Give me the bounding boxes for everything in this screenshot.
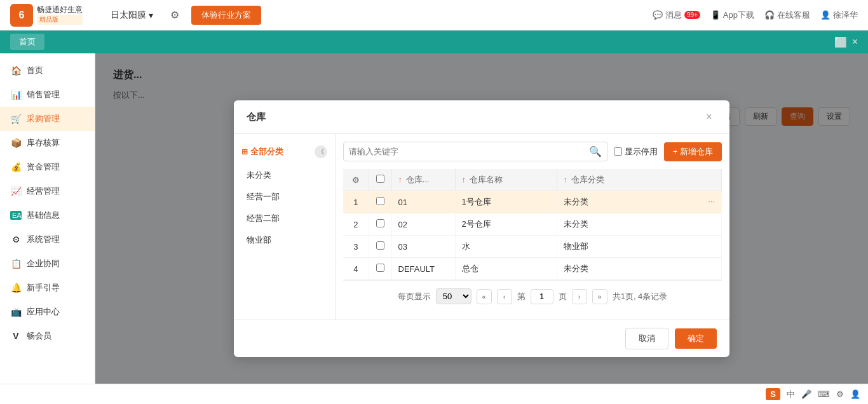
table-row[interactable]: 2 02 2号仓库 未分类: [343, 213, 722, 236]
table-header-row: ⚙ ↑ 仓库...: [343, 169, 722, 191]
sidebar-item-purchase[interactable]: 🛒 采购管理: [0, 107, 95, 131]
top-header: 6 畅捷通好生意 精品版 日太阳膜 ▾ ⚙ 体验行业方案 💬 消息 99+ 📱 …: [0, 0, 868, 30]
modal-footer: 取消 确定: [234, 320, 729, 357]
sidebar-item-finance[interactable]: 💰 资金管理: [0, 155, 95, 179]
page-number-input[interactable]: [531, 289, 553, 304]
inventory-icon: 📦: [10, 138, 22, 148]
restore-icon[interactable]: ⬜: [834, 36, 847, 48]
sidebar-item-home[interactable]: 🏠 首页: [0, 58, 95, 83]
sidebar-item-label: 畅会员: [27, 330, 51, 342]
taskbar-keyboard-icon: ⌨: [818, 389, 830, 399]
modal-sidebar-header: ⊞ 全部分类 《: [234, 142, 335, 165]
th-checkbox: [369, 169, 391, 191]
search-box[interactable]: 🔍: [343, 142, 607, 161]
store-selector[interactable]: 日太阳膜 ▾: [105, 7, 158, 24]
row-category: 未分类: [557, 213, 722, 236]
app-download-btn[interactable]: 📱 App下载: [710, 10, 754, 21]
category-item-ops1[interactable]: 经营一部: [234, 186, 335, 208]
search-input[interactable]: [349, 147, 585, 156]
second-nav: 首页 ⬜ ×: [0, 30, 868, 53]
next-page-btn[interactable]: ›: [572, 289, 587, 304]
sidebar-item-basic-info[interactable]: EA 基础信息: [0, 203, 95, 227]
row-category: 未分类: [557, 258, 722, 280]
row-name: 1号仓库: [455, 191, 557, 213]
sidebar-item-label: 应用中心: [27, 306, 60, 318]
row-checkbox[interactable]: [369, 213, 391, 236]
sidebar-item-label: 首页: [27, 65, 43, 76]
th-settings: ⚙: [343, 169, 369, 191]
customer-service-btn[interactable]: 🎧 在线客服: [764, 10, 810, 21]
cancel-btn[interactable]: 取消: [625, 328, 668, 349]
guide-icon: 🔔: [10, 283, 22, 293]
bottom-taskbar: S 中 🎤 ⌨ ⚙ 👤: [0, 384, 868, 404]
sidebar: 🏠 首页 📊 销售管理 🛒 采购管理 📦 库存核算 💰 资金管理 📈 经营管理 …: [0, 53, 95, 404]
table-row[interactable]: 3 03 水 物业部: [343, 236, 722, 258]
first-page-btn[interactable]: «: [477, 289, 492, 304]
collapse-sidebar-btn[interactable]: 《: [315, 145, 327, 158]
logo-area: 6 畅捷通好生意 精品版: [10, 4, 105, 27]
taskbar-mic-icon: 🎤: [801, 389, 811, 399]
taskbar-zh-icon: 中: [787, 389, 795, 400]
table-row[interactable]: 4 DEFAULT 总仓 未分类: [343, 258, 722, 280]
sort-code-icon: ↑: [398, 175, 403, 184]
notifications-btn[interactable]: 💬 消息 99+: [653, 10, 700, 21]
headset-icon: 🎧: [764, 10, 775, 20]
table-row[interactable]: 1 01 1号仓库 未分类···: [343, 191, 722, 213]
sidebar-item-enterprise[interactable]: 📋 企业协同: [0, 252, 95, 276]
modal-overlay: 仓库 × ⊞ 全部分类 《: [95, 53, 868, 404]
system-icon: ⚙: [10, 234, 22, 245]
sidebar-item-inventory[interactable]: 📦 库存核算: [0, 131, 95, 155]
row-checkbox[interactable]: [369, 258, 391, 280]
user-avatar-btn[interactable]: 👤 徐泽华: [820, 10, 858, 21]
close-icon[interactable]: ×: [852, 36, 858, 48]
per-page-label: 每页显示: [398, 291, 431, 302]
settings-icon[interactable]: ⚙: [166, 6, 184, 24]
row-checkbox[interactable]: [369, 236, 391, 258]
sidebar-item-operations[interactable]: 📈 经营管理: [0, 179, 95, 203]
category-item-unclassified[interactable]: 未分类: [234, 165, 335, 186]
sidebar-item-system[interactable]: ⚙ 系统管理: [0, 227, 95, 252]
nav-tab-home[interactable]: 首页: [10, 34, 44, 50]
settings-col-icon: ⚙: [352, 175, 360, 185]
sidebar-item-label: 新手引导: [27, 282, 60, 293]
member-icon: V: [10, 331, 22, 341]
sidebar-item-app-center[interactable]: 📺 应用中心: [0, 300, 95, 324]
industry-btn[interactable]: 体验行业方案: [191, 6, 261, 25]
th-code: ↑ 仓库...: [391, 169, 455, 191]
last-page-btn[interactable]: »: [592, 289, 607, 304]
select-all-checkbox[interactable]: [376, 175, 384, 183]
sidebar-item-label: 基础信息: [27, 210, 60, 221]
category-item-ops2[interactable]: 经营二部: [234, 208, 335, 229]
sidebar-item-sales[interactable]: 📊 销售管理: [0, 83, 95, 107]
modal-close-btn[interactable]: ×: [702, 109, 717, 125]
total-info: 共1页, 4条记录: [613, 291, 668, 302]
content-area: 进货... 按以下... 印 导出 刷新 查询 设置 仓库 ×: [95, 53, 868, 404]
row-checkbox[interactable]: [369, 191, 391, 213]
modal-category-sidebar: ⊞ 全部分类 《 未分类 经营一部 经营二部: [234, 134, 336, 320]
prev-page-btn[interactable]: ‹: [497, 289, 512, 304]
per-page-select[interactable]: 10 20 50 100: [436, 288, 471, 304]
row-category: 物业部: [557, 236, 722, 258]
add-warehouse-btn[interactable]: + 新增仓库: [664, 142, 722, 161]
header-middle: 日太阳膜 ▾ ⚙ 体验行业方案: [105, 6, 653, 25]
logo-badge: 精品版: [37, 15, 83, 25]
taskbar-settings-icon: ⚙: [836, 389, 844, 399]
row-no: 3: [343, 236, 369, 258]
row-no: 1: [343, 191, 369, 213]
sidebar-item-guide[interactable]: 🔔 新手引导: [0, 276, 95, 300]
sales-icon: 📊: [10, 90, 22, 100]
user-name: 徐泽华: [833, 10, 858, 21]
category-item-property[interactable]: 物业部: [234, 229, 335, 251]
purchase-icon: 🛒: [10, 114, 22, 124]
sidebar-item-label: 采购管理: [27, 113, 60, 125]
show-disabled-checkbox[interactable]: 显示停用: [614, 146, 658, 158]
confirm-btn[interactable]: 确定: [675, 328, 717, 349]
nav-close-area: ⬜ ×: [834, 36, 858, 48]
sidebar-item-label: 资金管理: [27, 161, 60, 173]
row-no: 4: [343, 258, 369, 280]
avatar-icon: 👤: [820, 10, 831, 20]
sort-cat-icon: ↑: [564, 175, 568, 184]
taskbar-s-logo: S: [766, 388, 780, 400]
show-disabled-checkbox-input[interactable]: [614, 147, 622, 156]
sidebar-item-member[interactable]: V 畅会员: [0, 324, 95, 348]
